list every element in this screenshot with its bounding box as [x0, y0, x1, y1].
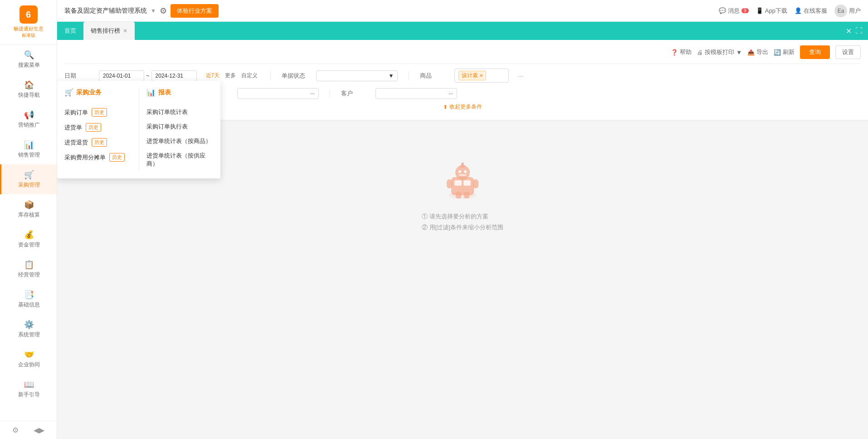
sidebar-item-basic[interactable]: 📑 基础信息 [0, 284, 57, 314]
purchase-icon: 🛒 [24, 170, 34, 180]
svg-point-10 [464, 170, 467, 173]
goods-tag-input[interactable]: 设计素 ✕ [454, 69, 509, 83]
purchase-order-stat-label: 采购订单统计表 [146, 108, 188, 116]
menu-item-purchase-order-stat[interactable]: 采购订单统计表 [146, 105, 214, 119]
svg-rect-3 [463, 180, 471, 186]
date-quick-7days[interactable]: 近7天 [204, 71, 222, 80]
purchase-col-title: 🛒 采购业务 [64, 88, 132, 99]
menu-item-stock-return[interactable]: 进货退货 历史 [64, 135, 132, 150]
home-icon: 🏠 [24, 80, 34, 90]
logo-text: 畅捷通好生意 [14, 25, 44, 32]
menu-item-stock-in[interactable]: 进货单 历史 [64, 120, 132, 135]
sidebar-item-corp[interactable]: 🤝 企业协同 [0, 344, 57, 374]
customer-label: 客户 [341, 89, 368, 98]
tab-close-icon[interactable]: ✕ [123, 28, 127, 34]
date-quick-custom[interactable]: 自定义 [239, 71, 259, 80]
tab-sales-rank[interactable]: 销售排行榜 ✕ [83, 22, 135, 40]
setting-btn[interactable]: 设置 [835, 45, 861, 59]
tab-sales-rank-label: 销售排行榜 [91, 27, 120, 35]
doc-status-select[interactable]: ▼ [316, 70, 398, 81]
topbar-right: 💬 消息 9 📱 App下载 👤 在线客服 Ea 用户 [719, 5, 861, 17]
refresh-btn[interactable]: 🔄 刷新 [774, 48, 795, 56]
refresh-icon: 🔄 [774, 49, 781, 56]
menu-item-stock-stat-supplier[interactable]: 进货单统计表（按供应商） [146, 148, 214, 171]
message-btn[interactable]: 💬 消息 9 [719, 7, 749, 15]
stock-return-badge: 历史 [92, 138, 107, 147]
export-btn[interactable]: 📤 导出 [747, 48, 768, 56]
customer-select[interactable]: ··· [375, 88, 457, 99]
stock-in-badge: 历史 [86, 123, 101, 132]
print-dropdown-icon[interactable]: ▼ [736, 49, 742, 56]
hint-num-1: ① [422, 213, 429, 220]
tab-close-all-btn[interactable]: ✕ [846, 27, 852, 35]
tab-expand-btn[interactable]: ⛶ [855, 27, 863, 35]
tab-home-label: 首页 [64, 27, 76, 35]
search-icon: 🔍 [24, 50, 34, 60]
export-icon: 📤 [747, 49, 755, 56]
empty-robot-svg [435, 157, 490, 202]
help-icon: ❓ [671, 49, 678, 56]
sidebar-collapse-btn[interactable]: ◀▶ [34, 426, 44, 434]
user-label: 用户 [849, 7, 861, 15]
sidebar-item-marketing[interactable]: 📢 营销推广 [0, 104, 57, 134]
user-btn[interactable]: Ea 用户 [834, 5, 861, 17]
finance-icon: 💰 [24, 230, 34, 240]
sidebar-item-purchase[interactable]: 🛒 采购管理 [0, 164, 57, 194]
industry-btn[interactable]: 体验行业方案 [171, 4, 219, 18]
goods-more-btn[interactable]: ··· [516, 72, 525, 79]
sidebar-item-label: 新手引导 [18, 391, 40, 399]
page-area: ❓ 帮助 🖨 按模板打印 ▼ 📤 导出 🔄 刷新 [57, 40, 868, 439]
tab-home[interactable]: 首页 [57, 22, 83, 40]
tabbar: 首页 销售排行榜 ✕ ✕ ⛶ [57, 22, 868, 40]
sidebar-item-system[interactable]: ⚙️ 系统管理 [0, 314, 57, 344]
logo-subtitle: 标准版 [22, 32, 35, 39]
sidebar-footer: ⚙ ◀▶ [0, 421, 57, 439]
salesperson-dropdown-icon: ··· [310, 90, 315, 97]
stock-return-label: 进货退货 [64, 138, 88, 147]
logo-icon: 6 [20, 5, 38, 24]
report-col-label: 报表 [158, 89, 171, 97]
divider-4 [330, 89, 330, 98]
topbar-settings-icon[interactable]: ⚙ [160, 6, 167, 16]
sidebar-settings-btn[interactable]: ⚙ [12, 426, 19, 434]
query-btn[interactable]: 查询 [800, 45, 830, 59]
date-quick-more[interactable]: 更多 [223, 71, 238, 80]
sidebar-item-label: 企业协同 [18, 361, 40, 369]
date-start-input[interactable]: 2024-01-01 [99, 70, 144, 81]
salesperson-select[interactable]: ··· [237, 88, 319, 99]
empty-text: ① 请先选择要分析的方案 ② 用[过滤]条件来缩小分析范围 [422, 211, 503, 233]
empty-hint-2: ② 用[过滤]条件来缩小分析范围 [422, 222, 503, 233]
sidebar-item-sales[interactable]: 📊 销售管理 [0, 134, 57, 164]
sidebar-item-operation[interactable]: 📋 经营管理 [0, 254, 57, 284]
guide-icon: 📖 [24, 380, 34, 390]
sidebar-item-finance[interactable]: 💰 资金管理 [0, 224, 57, 254]
topbar-arrow-icon[interactable]: ▼ [151, 8, 156, 14]
stock-stat-goods-label: 进货单统计表（按商品） [146, 137, 211, 145]
refresh-label: 刷新 [783, 48, 795, 56]
sidebar-item-search[interactable]: 🔍 搜索菜单 [0, 44, 57, 74]
date-end-input[interactable]: 2024-12-31 [151, 70, 197, 81]
message-icon: 💬 [719, 7, 726, 14]
menu-item-purchase-order-exec[interactable]: 采购订单执行表 [146, 119, 214, 134]
online-service-btn[interactable]: 👤 在线客服 [795, 7, 827, 15]
goods-tag-close[interactable]: ✕ [479, 73, 483, 78]
report-col-icon: 📊 [146, 88, 156, 97]
menu-item-stock-stat-goods[interactable]: 进货单统计表（按商品） [146, 134, 214, 148]
help-btn[interactable]: ❓ 帮助 [671, 48, 692, 56]
inventory-icon: 📦 [24, 200, 34, 210]
sidebar: 6 畅捷通好生意 标准版 🔍 搜索菜单 🏠 快捷导航 📢 营销推广 📊 销售管理 [0, 0, 57, 439]
basic-icon: 📑 [24, 290, 34, 300]
sidebar-item-inventory[interactable]: 📦 库存核算 [0, 194, 57, 224]
help-label: 帮助 [680, 48, 692, 56]
menu-item-purchase-expense[interactable]: 采购费用分摊单 历史 [64, 150, 132, 165]
sales-icon: 📊 [24, 140, 34, 150]
avatar-text: Ea [838, 8, 844, 14]
purchase-order-exec-label: 采购订单执行表 [146, 123, 188, 131]
message-badge: 9 [741, 8, 749, 13]
svg-point-13 [461, 163, 464, 165]
print-btn[interactable]: 🖨 按模板打印 ▼ [697, 48, 742, 56]
menu-item-purchase-order[interactable]: 采购订单 历史 [64, 105, 132, 120]
sidebar-item-guide[interactable]: 📖 新手引导 [0, 374, 57, 404]
sidebar-item-quick[interactable]: 🏠 快捷导航 [0, 74, 57, 104]
app-download-btn[interactable]: 📱 App下载 [756, 7, 787, 15]
